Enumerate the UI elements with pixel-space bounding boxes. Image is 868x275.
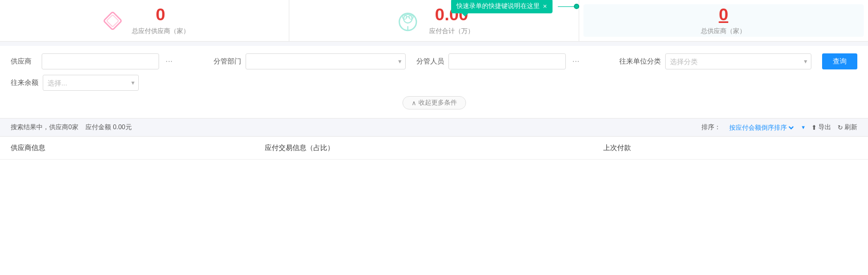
tooltip-text: 快速录单的快捷键说明在这里 <box>456 2 540 11</box>
search-row-1: 供应商 ··· 分管部门 ▾ 分管人员 ··· 往来单位分类 <box>11 53 857 69</box>
unit-class-label: 往来单位分类 <box>619 57 661 66</box>
department-label: 分管部门 <box>214 57 241 66</box>
results-summary: 搜索结果中，供应商0家 应付金额 0.00元 <box>11 123 132 132</box>
balance-label: 往来余额 <box>11 78 38 88</box>
shortcut-tooltip: 快速录单的快捷键说明在这里 × <box>451 0 553 13</box>
manager-field: 分管人员 ··· <box>416 53 609 69</box>
search-row-2: 往来余额 选择... ▾ <box>11 75 203 91</box>
refresh-label: 刷新 <box>845 123 857 132</box>
collapse-button[interactable]: ∧ 收起更多条件 <box>403 96 466 109</box>
collapse-label: 收起更多条件 <box>419 98 457 107</box>
department-select-wrap: ▾ <box>246 53 406 69</box>
supplier-input[interactable] <box>42 53 159 69</box>
table-col-transaction: 应付交易信息（占比） <box>265 143 603 153</box>
stat-payable-total-label: 应付合计（万） <box>429 27 474 36</box>
results-bar: 搜索结果中，供应商0家 应付金额 0.00元 排序： 按应付会额倒序排序 ▾ ⬆… <box>0 119 868 137</box>
export-button[interactable]: ⬆ 导出 <box>811 123 831 132</box>
results-actions: 排序： 按应付会额倒序排序 ▾ ⬆ 导出 ↻ 刷新 <box>701 123 857 132</box>
sort-select[interactable]: 按应付会额倒序排序 <box>727 123 795 132</box>
manager-input[interactable] <box>448 53 566 69</box>
export-label: 导出 <box>818 123 831 132</box>
table-header: 供应商信息 应付交易信息（占比） 上次付款 <box>0 137 868 160</box>
query-button[interactable]: 查询 <box>822 53 857 69</box>
unit-class-field: 往来单位分类 选择分类 ▾ <box>619 53 811 69</box>
sort-chevron-icon: ▾ <box>802 124 805 131</box>
balance-field: 往来余额 选择... ▾ <box>11 75 203 91</box>
manager-more-btn[interactable]: ··· <box>570 57 581 66</box>
svg-point-3 <box>404 14 412 23</box>
supplier-more-btn[interactable]: ··· <box>163 57 175 66</box>
unit-class-select[interactable]: 选择分类 <box>665 53 811 69</box>
collapse-row: ∧ 收起更多条件 <box>11 96 857 109</box>
table-col-lastpay: 上次付款 <box>603 143 857 153</box>
stat-payable-label: 总应付供应商（家） <box>132 27 190 36</box>
balance-select[interactable]: 选择... <box>43 75 139 91</box>
stats-bar: 0 总应付供应商（家） 0.00 应付合计（万） 快速录单的快捷键说明在这里 × <box>0 0 868 42</box>
table-area: 供应商信息 应付交易信息（占比） 上次付款 <box>0 137 868 275</box>
table-body <box>0 160 868 275</box>
table-col-supplier: 供应商信息 <box>11 143 265 153</box>
tooltip-dot <box>574 4 579 9</box>
refresh-button[interactable]: ↻ 刷新 <box>838 123 857 132</box>
search-panel: 供应商 ··· 分管部门 ▾ 分管人员 ··· 往来单位分类 <box>0 46 868 119</box>
stat-total-payable: 0 总应付供应商（家） <box>0 0 289 41</box>
supplier-label: 供应商 <box>11 57 37 66</box>
department-select[interactable] <box>246 53 406 69</box>
stat-total-suppliers: 0 总供应商（家） <box>579 0 868 41</box>
manager-label: 分管人员 <box>416 57 444 66</box>
department-field: 分管部门 ▾ <box>214 53 406 69</box>
results-text: 搜索结果中，供应商0家 应付金额 0.00元 <box>11 123 132 132</box>
stat-total-suppliers-label: 总供应商（家） <box>701 27 746 36</box>
balance-select-wrap: 选择... ▾ <box>43 75 139 91</box>
export-icon: ⬆ <box>811 124 817 131</box>
diamond-icon <box>100 8 125 34</box>
unit-class-select-wrap: 选择分类 ▾ <box>665 53 811 69</box>
svg-rect-0 <box>104 12 122 30</box>
stat-payable-value: 0 <box>156 5 165 24</box>
tooltip-close-btn[interactable]: × <box>543 3 547 10</box>
refresh-icon: ↻ <box>838 124 843 131</box>
pig-icon <box>394 7 422 35</box>
supplier-field: 供应商 ··· <box>11 53 203 69</box>
sort-label: 排序： <box>701 123 721 132</box>
collapse-icon: ∧ <box>412 99 416 107</box>
stat-total-suppliers-value: 0 <box>719 5 728 24</box>
stat-payable-total: 0.00 应付合计（万） 快速录单的快捷键说明在这里 × <box>289 0 579 41</box>
